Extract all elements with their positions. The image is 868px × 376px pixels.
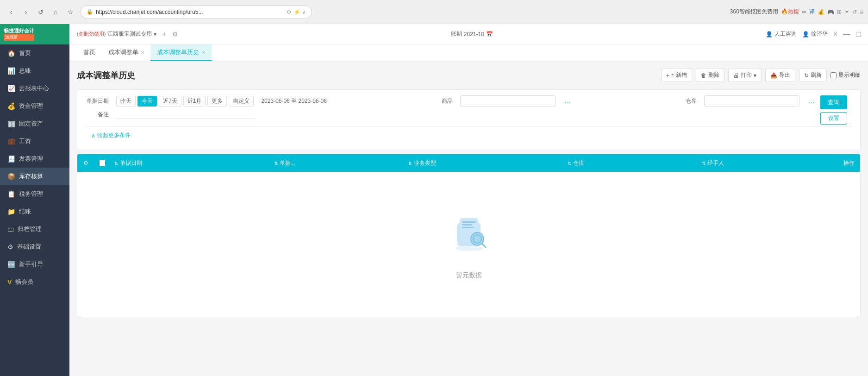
remark-label: 备注 [85,111,109,119]
company-selector[interactable]: (勿删勿禁用) 江西服宝测试专用 ▾ [77,30,156,38]
remark-input[interactable] [116,110,255,119]
print-label: 打印 [741,71,752,79]
new-button[interactable]: + + 新增 [661,69,692,82]
reports-icon: 📈 [7,85,15,92]
new-label: + 新增 [671,71,687,79]
app-header: (勿删勿禁用) 江西服宝测试专用 ▾ + ⚙ 账期 2021-10 📅 👤 人工… [69,24,868,44]
calendar-icon[interactable]: 📅 [486,31,493,38]
svg-point-0 [455,245,483,251]
funds-icon: 💰 [7,102,15,110]
sidebar-item-guide[interactable]: 🆕 新手引导 [0,256,69,273]
month1-btn[interactable]: 近1月 [183,96,206,107]
sidebar-item-payroll[interactable]: 💼 工资 [0,132,69,150]
delete-button[interactable]: 🗑 删除 [696,69,724,82]
empty-state: 暂元数据 [77,172,860,317]
filter-section: 单据日期 昨天 今天 近7天 近1月 更多 自定义 2023-06-06 [85,95,853,125]
sidebar-item-ledger[interactable]: 📊 总账 [0,62,69,80]
filter-fields: 单据日期 昨天 今天 近7天 近1月 更多 自定义 2023-06-06 [85,95,815,119]
user-info[interactable]: 👤 徐泽华 [802,30,828,38]
settings-col-icon: ⚙ [83,160,88,166]
reload-button[interactable]: ↺ [34,6,47,19]
refresh-button[interactable]: ↻ 刷新 [799,69,827,82]
filter-settings-button[interactable]: 设置 [820,112,847,125]
ssl-lock-icon: 🔒 [87,9,93,15]
sidebar-item-archive[interactable]: 🗃 归档管理 [0,220,69,238]
more-date-btn[interactable]: 更多 [207,96,227,107]
window-minimize-button[interactable]: — [843,30,850,38]
th-warehouse-label: 仓库 [573,159,584,167]
goods-input[interactable] [460,95,556,107]
window-maximize-button[interactable]: □ [856,30,861,38]
th-settings[interactable]: ⚙ [77,160,94,166]
sidebar-item-closing[interactable]: 📁 结账 [0,203,69,220]
sidebar-label-ledger: 总账 [19,67,31,75]
tab-cost-adjust[interactable]: 成本调整单 × [102,44,150,61]
sidebar-item-inventory[interactable]: 📦 库存核算 [0,168,69,185]
sidebar-header: 畅捷通好会计 旗舰版 [0,24,69,44]
query-button[interactable]: 查询 [820,95,847,109]
display-detail-checkbox[interactable]: 显示明细 [831,71,861,79]
th-checkbox[interactable] [94,160,111,166]
collapse-label: 收起更多条件 [97,132,131,139]
th-warehouse[interactable]: ⇅ 仓库 [564,159,698,167]
tab-cost-adjust-close[interactable]: × [141,50,144,55]
date-range-display: 2023-06-06 至 2023-06-06 [261,97,326,105]
forward-button[interactable]: › [19,6,32,19]
tab-home[interactable]: 首页 [77,44,102,61]
browser-tools: 360智能抠图免费用 🔥热搜 ✂ 译 💰 🎮 ⊞ ☀ ↺ ≡ [730,8,863,16]
sidebar-item-tax[interactable]: 📋 税务管理 [0,185,69,203]
export-button[interactable]: 📤 导出 [765,69,795,82]
payroll-icon: 💼 [7,138,15,145]
warehouse-input[interactable] [704,95,799,107]
sidebar-item-basic[interactable]: ⚙ 基础设置 [0,238,69,256]
tab-history-close[interactable]: × [202,50,205,55]
back-button[interactable]: ‹ [5,6,18,19]
print-button[interactable]: 🖨 打印 ▾ [728,69,762,82]
week7-btn[interactable]: 近7天 [159,96,181,107]
sidebar-item-fixed[interactable]: 🏢 固定资产 [0,115,69,132]
period-label: 账期 [451,30,462,38]
date-start: 2023-06-06 [261,98,289,104]
warehouse-more-btn[interactable]: ... [809,97,815,105]
warning-label: (勿删勿禁用) [77,31,106,38]
export-label: 导出 [779,71,790,79]
service-btn[interactable]: 👤 人工咨询 [766,30,797,38]
sidebar-item-member[interactable]: V 畅会员 [0,273,69,291]
th-voucher-label: 单据... [280,159,295,167]
delete-label: 删除 [708,71,719,79]
yesterday-btn[interactable]: 昨天 [116,96,136,107]
service-label: 人工咨询 [774,30,797,38]
home-button[interactable]: ⌂ [49,6,62,19]
collapse-button[interactable]: ∧ 收起更多条件 [87,130,134,141]
th-voucher[interactable]: ⇅ 单据... [270,159,405,167]
sidebar-nav: 🏠 首页 📊 总账 📈 云报表中心 💰 资金管理 🏢 固定资产 💼 工资 [0,44,69,376]
display-detail-input[interactable] [831,72,837,78]
archive-icon: 🗃 [7,226,14,233]
inventory-icon: 📦 [7,173,15,180]
grid-icon: ⊞ [837,9,842,15]
member-icon: V [7,278,12,286]
undo-icon: ↺ [852,9,857,15]
sort-date-icon: ⇅ [114,161,118,166]
th-biz-type[interactable]: ⇅ 业务类型 [405,159,564,167]
th-date[interactable]: ⇅ 单据日期 [111,159,270,167]
select-all-checkbox[interactable] [99,160,106,166]
address-bar[interactable]: 🔒 https://cloud.chanjet.com/accounting/u… [81,5,312,19]
bookmark-button[interactable]: ☆ [64,6,77,19]
add-tab-button[interactable]: + [160,30,168,38]
svg-rect-3 [462,221,476,223]
window-close-button[interactable]: × [833,30,837,38]
sidebar-item-invoice[interactable]: 🧾 发票管理 [0,150,69,168]
today-btn[interactable]: 今天 [137,96,157,107]
table-header: ⚙ ⇅ 单据日期 ⇅ 单据... ⇅ 业务类型 [77,154,860,172]
sidebar-item-home[interactable]: 🏠 首页 [0,44,69,62]
sidebar-item-reports[interactable]: 📈 云报表中心 [0,80,69,97]
goods-more-btn[interactable]: ... [565,97,571,105]
th-person[interactable]: ⇅ 经手人 [698,159,832,167]
sidebar-item-funds[interactable]: 💰 资金管理 [0,97,69,115]
url-text: https://cloud.chanjet.com/accounting/uru… [96,9,203,15]
tab-settings-icon[interactable]: ⚙ [172,31,178,38]
custom-date-btn[interactable]: 自定义 [229,96,254,107]
tab-cost-adjust-history[interactable]: 成本调整单历史 × [150,44,211,61]
user-avatar-icon: 👤 [802,31,809,38]
